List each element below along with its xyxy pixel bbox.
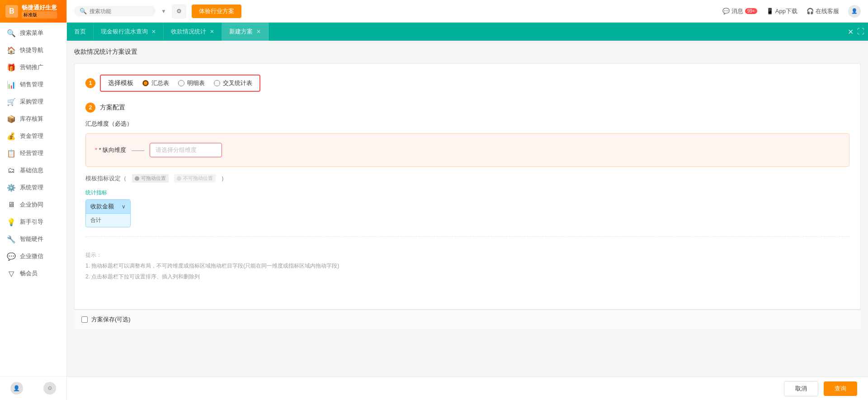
- tab-new-plan[interactable]: 新建方案 ✕: [222, 23, 269, 41]
- tabs-controls: ✕ ⛶: [844, 23, 868, 41]
- save-plan-checkbox[interactable]: [81, 316, 88, 323]
- sidebar-item-operations[interactable]: 📋 经营管理: [0, 145, 66, 162]
- radio-summary[interactable]: 汇总表: [142, 79, 169, 87]
- metrics-header: 模板指标设定（ 可拖动位置 不可拖动位置 ）: [85, 174, 849, 183]
- dimension-select-dropdown[interactable]: 请选择分组维度: [150, 143, 222, 157]
- purchase-icon: 🛒: [7, 98, 15, 106]
- sidebar-bottom-user[interactable]: 👤: [10, 382, 23, 395]
- tab-collection-stats-close[interactable]: ✕: [210, 29, 214, 34]
- sidebar-item-vip[interactable]: ▽ 畅会员: [0, 265, 66, 282]
- sidebar-item-marketing[interactable]: 🎁 营销推广: [0, 59, 66, 76]
- sidebar-item-quick-nav[interactable]: 🏠 快捷导航: [0, 42, 66, 59]
- topbar-search-input[interactable]: [90, 8, 144, 14]
- not-draggable-indicator: 不可拖动位置: [174, 174, 216, 183]
- summary-dimension-section: 汇总维度（必选） * * 纵向维度 —— 请选择分组维度: [85, 120, 849, 167]
- metrics-item-dropdown-icon[interactable]: ∨: [122, 203, 126, 210]
- enterprise-collab-icon: 🖥: [7, 201, 15, 209]
- metrics-grid-area: 统计指标 收款金额 ∨ 合计: [85, 188, 849, 229]
- sidebar-item-system[interactable]: ⚙️ 系统管理: [0, 179, 66, 196]
- sidebar-bottom: 👤 ⚙: [0, 376, 66, 400]
- tips-title: 提示：: [85, 249, 849, 260]
- user-display[interactable]: 👤: [848, 5, 861, 18]
- sidebar-logo: B 畅捷通好生意 标准版: [0, 0, 66, 23]
- radio-detail-input[interactable]: [178, 80, 184, 86]
- query-button[interactable]: 查询: [824, 381, 857, 396]
- inventory-icon: 📦: [7, 115, 15, 123]
- arrow-icon: ——: [132, 146, 144, 154]
- user-avatar: 👤: [848, 5, 861, 18]
- radio-detail[interactable]: 明细表: [178, 79, 205, 87]
- tab-collection-stats[interactable]: 收款情况统计 ✕: [164, 23, 222, 41]
- sidebar-bottom-settings[interactable]: ⚙: [43, 382, 56, 395]
- topbar-dropdown-text: ▼: [161, 8, 166, 14]
- message-button[interactable]: 💬 消息 99+: [722, 7, 757, 15]
- basic-info-icon: 🗂: [7, 166, 15, 174]
- service-icon: 🎧: [807, 8, 814, 14]
- step2-title: 方案配置: [100, 104, 125, 112]
- tip2: 2. 点击标题栏下拉可设置排序、插入列和删除列: [85, 271, 849, 282]
- sidebar-item-enterprise-wechat[interactable]: 💬 企业微信: [0, 248, 66, 265]
- settings-card: 1 选择模板 汇总表 明细表 交叉统计表: [74, 63, 861, 310]
- beginner-icon: 💡: [7, 218, 15, 226]
- sidebar-item-capital[interactable]: 💰 资金管理: [0, 127, 66, 145]
- topbar-search-icon: 🔍: [80, 8, 87, 14]
- enterprise-wechat-icon: 💬: [7, 252, 15, 260]
- tips-section: 提示： 1. 拖动标题栏可以调整布局，不可跨维度或指标区域拖动栏目字段(只能在同…: [85, 244, 849, 287]
- tabs-bar: 首页 现金银行流水查询 ✕ 收款情况统计 ✕ 新建方案 ✕ ✕ ⛶: [67, 23, 868, 41]
- step1-title: 选择模板: [108, 79, 133, 87]
- divider: [85, 236, 849, 237]
- topbar-dropdown[interactable]: ▼: [161, 8, 166, 14]
- radio-summary-input[interactable]: [142, 80, 149, 86]
- topbar-gear-button[interactable]: ⚙: [172, 4, 186, 19]
- tab-bank-flow[interactable]: 现金银行流水查询 ✕: [94, 23, 164, 41]
- tab-bank-flow-close[interactable]: ✕: [151, 29, 156, 34]
- tab-home[interactable]: 首页: [67, 23, 94, 41]
- metrics-item-collection-amount[interactable]: 收款金额 ∨ 合计: [85, 199, 131, 227]
- sidebar: B 畅捷通好生意 标准版 🔍 搜索菜单 🏠 快捷导航 🎁 营销推广 📊 销售管理…: [0, 0, 67, 400]
- radio-crosstab[interactable]: 交叉统计表: [214, 79, 252, 87]
- sidebar-item-smart-hardware[interactable]: 🔧 智能硬件: [0, 231, 66, 248]
- sidebar-item-enterprise-collab[interactable]: 🖥 企业协同: [0, 196, 66, 213]
- page-title: 收款情况统计方案设置: [74, 48, 861, 56]
- cancel-button[interactable]: 取消: [784, 381, 818, 396]
- summary-dimension-label: 汇总维度（必选）: [85, 120, 849, 128]
- required-mark: *: [95, 146, 99, 153]
- sidebar-item-basic-info[interactable]: 🗂 基础信息: [0, 162, 66, 179]
- sidebar-item-search-menu[interactable]: 🔍 搜索菜单: [0, 24, 66, 42]
- metrics-item-sum: 合计: [90, 216, 126, 224]
- step2-section: 2 方案配置 汇总维度（必选） * * 纵向维度 —— 请选择分组维度: [85, 103, 849, 287]
- metrics-item-header: 收款金额 ∨: [86, 200, 130, 214]
- user-avatar-icon: 👤: [10, 382, 23, 395]
- message-icon: 💬: [722, 8, 730, 14]
- message-badge: 99+: [745, 8, 757, 14]
- vertical-dimension-label: * * 纵向维度: [95, 146, 126, 154]
- search-menu-icon: 🔍: [7, 29, 15, 37]
- step2-badge: 2: [85, 103, 95, 113]
- marketing-icon: 🎁: [7, 63, 15, 71]
- sidebar-item-beginner[interactable]: 💡 新手引导: [0, 213, 66, 231]
- industry-plan-button[interactable]: 体验行业方案: [192, 5, 241, 18]
- action-bar: 取消 查询: [67, 376, 868, 400]
- step1-section: 1 选择模板 汇总表 明细表 交叉统计表: [85, 75, 849, 92]
- capital-icon: 💰: [7, 132, 15, 140]
- online-service-button[interactable]: 🎧 在线客服: [807, 7, 839, 15]
- metrics-section: 模板指标设定（ 可拖动位置 不可拖动位置 ） 统计指标: [85, 174, 849, 229]
- tabs-maximize-icon[interactable]: ⛶: [857, 28, 864, 36]
- system-icon: ⚙️: [7, 184, 15, 192]
- template-selector-border: 选择模板 汇总表 明细表 交叉统计表: [100, 75, 260, 92]
- step2-header: 2 方案配置: [85, 103, 849, 113]
- sidebar-item-sales[interactable]: 📊 销售管理: [0, 76, 66, 93]
- app-download-button[interactable]: 📱 App下载: [766, 7, 797, 15]
- sidebar-item-purchase[interactable]: 🛒 采购管理: [0, 93, 66, 110]
- tabs-close-icon[interactable]: ✕: [848, 28, 854, 36]
- topbar-right: 💬 消息 99+ 📱 App下载 🎧 在线客服 👤: [722, 5, 861, 18]
- metrics-item-body: 合计: [86, 214, 130, 227]
- sales-icon: 📊: [7, 80, 15, 89]
- tab-new-plan-close[interactable]: ✕: [256, 29, 261, 34]
- vip-icon: ▽: [7, 269, 15, 278]
- topbar: 🔍 ▼ ⚙ 体验行业方案 💬 消息 99+ 📱 App下载 🎧 在线客服 👤: [67, 0, 868, 23]
- main-content: 收款情况统计方案设置 1 选择模板 汇总表 明细表: [67, 41, 868, 400]
- radio-crosstab-input[interactable]: [214, 80, 220, 86]
- sidebar-menu: 🔍 搜索菜单 🏠 快捷导航 🎁 营销推广 📊 销售管理 🛒 采购管理 📦 库存核…: [0, 23, 66, 376]
- sidebar-item-inventory[interactable]: 📦 库存核算: [0, 110, 66, 127]
